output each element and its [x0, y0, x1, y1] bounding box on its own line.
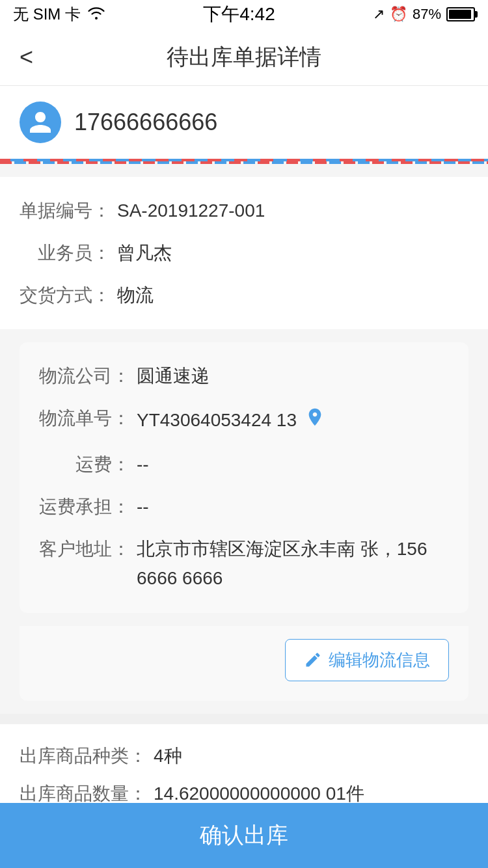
edit-logistics-button[interactable]: 编辑物流信息 [285, 639, 449, 681]
section-divider [0, 714, 488, 724]
salesman-label: 业务员： [20, 239, 111, 268]
freight-bear-row: 运费承担： -- [39, 493, 449, 522]
status-left: 无 SIM 卡 [13, 4, 105, 25]
doc-num-label: 单据编号： [20, 197, 111, 226]
page-title: 待出库单据详情 [167, 42, 321, 72]
product-type-label: 出库商品种类： [20, 744, 147, 768]
battery-icon [446, 7, 475, 21]
doc-info-section: 单据编号： SA-20191227-001 业务员： 曾凡杰 交货方式： 物流 [0, 177, 488, 329]
freight-row: 运费： -- [39, 450, 449, 480]
address-value: 北京市市辖区海淀区永丰南 张，156 6666 6666 [137, 535, 449, 593]
address-label: 客户地址： [39, 535, 130, 564]
edit-btn-row: 编辑物流信息 [20, 626, 468, 701]
product-type-value: 4种 [154, 744, 182, 768]
dashed-divider [0, 161, 488, 164]
product-quantity-row: 出库商品数量： 14.62000000000000 01件 [20, 781, 468, 806]
freight-value: -- [137, 450, 449, 480]
customer-phone: 17666666666 [74, 109, 217, 136]
logistics-card: 物流公司： 圆通速递 物流单号： YT43064053424 13 运费： --… [20, 342, 468, 612]
delivery-method-value: 物流 [117, 281, 468, 310]
delivery-method-row: 交货方式： 物流 [20, 281, 468, 310]
customer-header: 17666666666 [0, 86, 488, 161]
status-right: ↗ ⏰ 87% [373, 6, 475, 23]
avatar [20, 102, 61, 143]
logistics-company-label: 物流公司： [39, 362, 130, 391]
status-bar: 无 SIM 卡 下午4:42 ↗ ⏰ 87% [0, 0, 488, 29]
product-quantity-value: 14.62000000000000 01件 [154, 781, 364, 806]
product-quantity-label: 出库商品数量： [20, 781, 147, 806]
address-row: 客户地址： 北京市市辖区海淀区永丰南 张，156 6666 6666 [39, 535, 449, 593]
edit-logistics-label: 编辑物流信息 [329, 649, 430, 671]
map-pin-icon[interactable] [305, 404, 325, 437]
freight-label: 运费： [39, 450, 130, 480]
freight-bear-value: -- [137, 493, 449, 522]
confirm-btn-label: 确认出库 [200, 821, 288, 850]
doc-num-row: 单据编号： SA-20191227-001 [20, 197, 468, 226]
status-time: 下午4:42 [203, 2, 275, 27]
wifi-icon [87, 5, 105, 23]
salesman-row: 业务员： 曾凡杰 [20, 239, 468, 268]
logistics-company-value: 圆通速递 [137, 362, 449, 391]
logistics-company-row: 物流公司： 圆通速递 [39, 362, 449, 391]
freight-bear-label: 运费承担： [39, 493, 130, 522]
confirm-outbound-button[interactable]: 确认出库 [0, 803, 488, 868]
battery-text: 87% [413, 6, 441, 23]
location-service-icon: ↗ [373, 6, 385, 23]
back-button[interactable]: < [20, 37, 40, 77]
tracking-num-text: YT43064053424 13 [137, 406, 297, 435]
tracking-num-value: YT43064053424 13 [137, 404, 449, 437]
nav-bar: < 待出库单据详情 [0, 29, 488, 86]
salesman-value: 曾凡杰 [117, 239, 468, 268]
product-type-row: 出库商品种类： 4种 [20, 744, 468, 768]
tracking-num-label: 物流单号： [39, 404, 130, 433]
doc-num-value: SA-20191227-001 [117, 197, 468, 226]
carrier-text: 无 SIM 卡 [13, 4, 81, 25]
tracking-num-row: 物流单号： YT43064053424 13 [39, 404, 449, 437]
delivery-method-label: 交货方式： [20, 281, 111, 310]
alarm-icon: ⏰ [390, 6, 407, 23]
